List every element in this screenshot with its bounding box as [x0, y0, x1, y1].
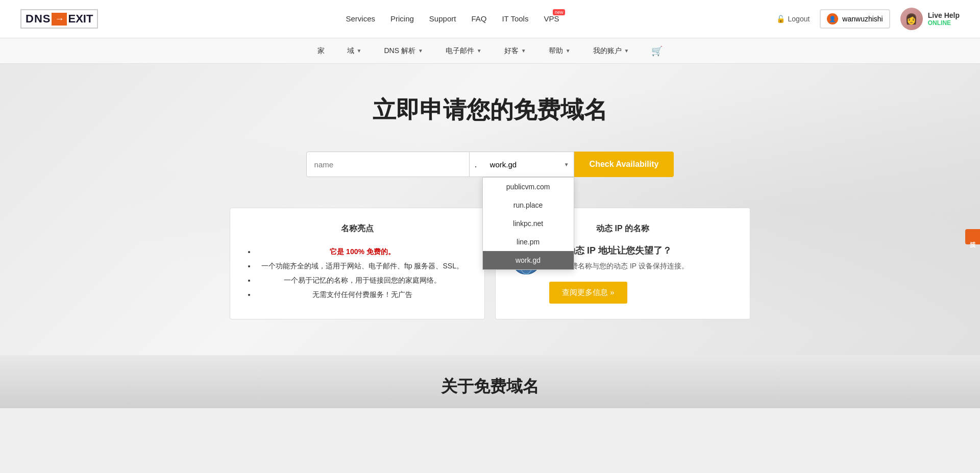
nav-support[interactable]: Support [429, 14, 456, 23]
logo-exit-text: EXIT [68, 12, 93, 26]
live-help-avatar: 👩 [900, 8, 923, 30]
dropdown-option-publicvm[interactable]: publicvm.com [483, 178, 574, 196]
features-list: 它是 100% 免费的。 一个功能齐全的域，适用于网站、电子邮件、ftp 服务器… [246, 244, 469, 302]
domain-select-wrapper: publicvm.com run.place linkpc.net line.p… [482, 152, 574, 177]
home-label: 家 [317, 46, 325, 56]
feature-item-3: 一个易于记忆的名称，用于链接回您的家庭网络。 [256, 273, 469, 287]
top-nav-right: 🔓 Logout 👤 wanwuzhishi 👩 Live Help ONLIN… [776, 8, 960, 30]
dot-separator: . [470, 152, 482, 177]
more-info-button[interactable]: 查阅更多信息 » [549, 282, 627, 304]
logout-icon: 🔓 [776, 15, 785, 23]
domain-chevron-icon: ▼ [357, 48, 362, 54]
search-bar: . publicvm.com run.place linkpc.net line… [10, 152, 970, 177]
vps-new-badge: new [553, 9, 566, 15]
logout-button[interactable]: 🔓 Logout [776, 15, 810, 23]
feature-item-1: 它是 100% 免费的。 [256, 244, 469, 259]
live-help-status: ONLINE [928, 19, 960, 27]
sec-nav-account[interactable]: 我的账户 ▼ [582, 38, 641, 64]
dropdown-option-linepm[interactable]: line.pm [483, 233, 574, 251]
features-card-title: 名称亮点 [246, 223, 469, 234]
sec-nav-hosting[interactable]: 好客 ▼ [493, 38, 537, 64]
cart-icon: 🛒 [651, 45, 663, 57]
nav-faq[interactable]: FAQ [471, 14, 486, 23]
bottom-section: 关于免费域名 [0, 355, 980, 408]
live-help-button[interactable]: 👩 Live Help ONLINE [900, 8, 960, 30]
account-chevron-icon: ▼ [624, 48, 629, 54]
nav-services[interactable]: Services [346, 14, 375, 23]
nav-it-tools[interactable]: IT Tools [502, 14, 528, 23]
domain-name-input[interactable] [306, 152, 470, 177]
feature-highlight-text: 它是 100% 免费的。 [330, 247, 395, 256]
live-help-title: Live Help [928, 11, 960, 19]
dns-label: DNS 解析 [384, 46, 415, 56]
user-icon: 👤 [827, 13, 838, 24]
feature-item-2: 一个功能齐全的域，适用于网站、电子邮件、ftp 服务器、SSL。 [256, 259, 469, 273]
sec-nav-dns[interactable]: DNS 解析 ▼ [373, 38, 434, 64]
secondary-navigation: 家 域 ▼ DNS 解析 ▼ 电子邮件 ▼ 好客 ▼ 帮助 ▼ 我的账户 ▼ 🛒 [0, 38, 980, 64]
hosting-label: 好客 [504, 46, 519, 56]
feedback-button[interactable]: 反馈 [965, 229, 980, 244]
features-card: 名称亮点 它是 100% 免费的。 一个功能齐全的域，适用于网站、电子邮件、ft… [230, 208, 485, 319]
logo[interactable]: DNS → EXIT [20, 9, 98, 29]
username-label: wanwuzhishi [842, 15, 883, 23]
domain-dropdown-menu: publicvm.com run.place linkpc.net line.p… [482, 177, 574, 270]
hosting-chevron-icon: ▼ [521, 48, 526, 54]
nav-pricing[interactable]: Pricing [390, 14, 414, 23]
user-account-button[interactable]: 👤 wanwuzhishi [820, 9, 890, 29]
sec-nav-cart[interactable]: 🛒 [640, 38, 674, 64]
live-help-text: Live Help ONLINE [928, 11, 960, 27]
logo-area: DNS → EXIT [20, 9, 98, 29]
help-label: 帮助 [549, 46, 563, 56]
hero-section: 立即申请您的免费域名 . publicvm.com run.place link… [0, 64, 980, 355]
dropdown-option-runplace[interactable]: run.place [483, 196, 574, 214]
domain-extension-select[interactable]: publicvm.com run.place linkpc.net line.p… [482, 152, 574, 177]
sec-nav-email[interactable]: 电子邮件 ▼ [434, 38, 493, 64]
check-availability-button[interactable]: Check Availability [574, 152, 674, 177]
logo-arrow-icon: → [52, 13, 67, 26]
email-label: 电子邮件 [446, 46, 474, 56]
bottom-title: 关于免费域名 [82, 376, 898, 398]
sec-nav-help[interactable]: 帮助 ▼ [537, 38, 582, 64]
dropdown-option-workgd[interactable]: work.gd [483, 251, 574, 269]
account-label: 我的账户 [593, 46, 622, 56]
dns-chevron-icon: ▼ [418, 48, 423, 54]
domain-label: 域 [347, 46, 354, 56]
sec-nav-domain[interactable]: 域 ▼ [336, 38, 373, 64]
help-chevron-icon: ▼ [566, 48, 571, 54]
sec-nav-home[interactable]: 家 [306, 38, 336, 64]
nav-vps[interactable]: VPS new [544, 14, 559, 23]
dropdown-option-linkpc[interactable]: linkpc.net [483, 214, 574, 233]
hero-title: 立即申请您的免费域名 [10, 94, 970, 126]
logout-label: Logout [788, 15, 810, 23]
top-navigation: DNS → EXIT Services Pricing Support FAQ … [0, 0, 980, 38]
logo-dns-text: DNS [26, 12, 51, 26]
feature-item-4: 无需支付任何付费服务！无广告 [256, 287, 469, 302]
top-nav-links: Services Pricing Support FAQ IT Tools VP… [346, 14, 559, 23]
email-chevron-icon: ▼ [477, 48, 482, 54]
